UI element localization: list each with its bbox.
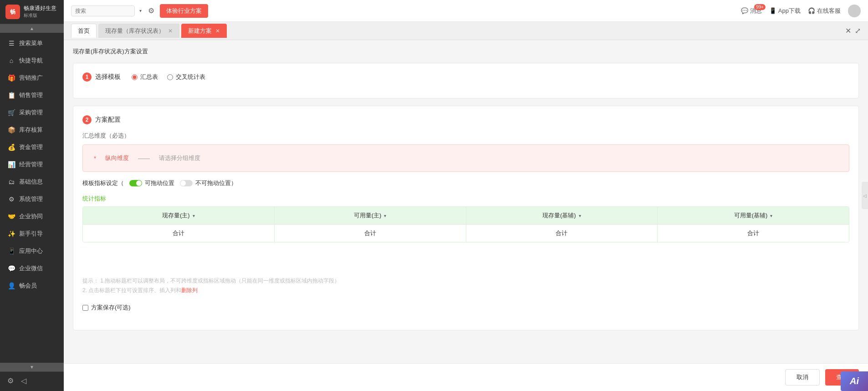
sidebar-item-finance[interactable]: 💰 资金管理: [0, 139, 64, 156]
topbar-app-download[interactable]: 📱 App下载: [769, 7, 801, 15]
tab-new-plan[interactable]: 新建方案 ✕: [181, 24, 227, 38]
stats-col-3-label: 可用量(基辅): [734, 211, 768, 220]
tab-home[interactable]: 首页: [71, 24, 97, 38]
operations-icon: 📊: [7, 160, 15, 169]
stats-col-3[interactable]: 可用量(基辅) ▾: [658, 207, 849, 224]
non-draggable-label: 不可拖动位置）: [195, 179, 237, 187]
member-icon: 👤: [7, 282, 15, 290]
aggregate-label: 汇总维度（必选）: [82, 132, 849, 140]
sidebar-item-app-center[interactable]: 📱 应用中心: [0, 242, 64, 260]
sidebar-footer: ⚙ ◁: [0, 371, 64, 390]
tab-inventory-label: 现存量（库存状况表）: [105, 27, 164, 35]
radio-summary-label: 汇总表: [140, 73, 158, 81]
cooperation-icon: 🤝: [7, 212, 15, 221]
content-area: 现存量(库存状况表)方案设置 1 选择模板 汇总表 交叉统计表: [64, 40, 868, 363]
save-area: 方案保存(可选): [82, 304, 849, 312]
stats-col-3-chevron[interactable]: ▾: [770, 213, 772, 218]
sidebar-item-label-operations: 经营管理: [19, 160, 43, 169]
user-avatar[interactable]: [848, 5, 861, 17]
toggle-draggable: 可拖动位置: [129, 179, 174, 187]
page-title: 现存量(库存状况表)方案设置: [73, 47, 859, 56]
sidebar-item-quick-nav[interactable]: ⌂ 快捷导航: [0, 52, 64, 69]
toggle-drag-switch[interactable]: [129, 180, 142, 186]
sidebar-item-cooperation[interactable]: 🤝 企业协同: [0, 208, 64, 225]
tab-home-label: 首页: [78, 27, 90, 35]
sidebar: 畅 畅康通好生意 标准版 ▲ ☰ 搜索菜单 ⌂ 快捷导航 🎁 营销推广: [0, 0, 64, 391]
tab-new-plan-close[interactable]: ✕: [215, 28, 220, 34]
vertical-dim-label: 纵向维度: [105, 154, 129, 162]
main-area: ▾ ⚙ 体验行业方案 💬 消息 99+ 📱 App下载 🎧 在线客服 首页: [64, 0, 868, 391]
stats-col-0-chevron[interactable]: ▾: [193, 213, 195, 218]
sidebar-item-label-purchase: 采购管理: [19, 108, 43, 117]
stats-data-row: 合计 合计 合计 合计: [83, 224, 849, 242]
section2-header: 2 方案配置: [82, 115, 849, 124]
tab-close-icon[interactable]: ✕: [845, 26, 851, 35]
sidebar-item-sales[interactable]: 📋 销售管理: [0, 87, 64, 104]
sidebar-item-inventory[interactable]: 📦 库存核算: [0, 121, 64, 139]
tab-inventory-close[interactable]: ✕: [168, 28, 173, 34]
stats-header-row: 现存量(主) ▾ 可用量(主) ▾ 现存量(基辅) ▾: [83, 207, 849, 224]
stats-col-0[interactable]: 现存量(主) ▾: [83, 207, 275, 224]
sidebar-item-label-cooperation: 企业协同: [19, 212, 43, 221]
message-badge: 99+: [754, 4, 766, 10]
cancel-button[interactable]: 取消: [785, 369, 820, 386]
topbar-online-service[interactable]: 🎧 在线客服: [808, 7, 841, 15]
tabbar: 首页 现存量（库存状况表） ✕ 新建方案 ✕ ✕ ⤢: [64, 22, 868, 40]
industry-plan-button[interactable]: 体验行业方案: [160, 4, 208, 18]
sidebar-item-label-finance: 资金管理: [19, 143, 43, 151]
sidebar-item-label-new-guide: 新手引导: [19, 230, 43, 238]
sidebar-scroll-up[interactable]: ▲: [0, 24, 64, 33]
stats-data-3: 合计: [658, 224, 849, 242]
topbar-message[interactable]: 💬 消息 99+: [741, 7, 762, 15]
radio-crosstab[interactable]: 交叉统计表: [167, 73, 205, 81]
sidebar-scroll-down[interactable]: ▼: [0, 363, 64, 371]
tab-inventory[interactable]: 现存量（库存状况表） ✕: [98, 24, 179, 38]
stats-col-1-label: 可用量(主): [354, 211, 382, 220]
sidebar-item-purchase[interactable]: 🛒 采购管理: [0, 104, 64, 121]
radio-summary[interactable]: 汇总表: [132, 73, 158, 81]
topbar: ▾ ⚙ 体验行业方案 💬 消息 99+ 📱 App下载 🎧 在线客服: [64, 0, 868, 22]
app-name-area: 畅康通好生意 标准版: [24, 5, 56, 19]
tip-2: 2. 点击标题栏下拉可设置排序、插入列和删除列: [82, 287, 849, 294]
stats-col-2[interactable]: 现存量(基辅) ▾: [466, 207, 658, 224]
sidebar-item-enterprise-wx[interactable]: 💬 企业微信: [0, 260, 64, 277]
sidebar-settings-icon[interactable]: ⚙: [7, 376, 14, 385]
app-logo-icon: 畅: [5, 5, 20, 19]
stats-data-2: 合计: [466, 224, 658, 242]
topbar-dropdown-btn[interactable]: ▾: [138, 8, 143, 13]
tip-1: 提示： 1.拖动标题栏可以调整布局，不可跨维度或指标区域拖动（只能在同一维度或指…: [82, 277, 849, 285]
stats-title: 统计指标: [82, 195, 849, 203]
sidebar-item-marketing[interactable]: 🎁 营销推广: [0, 69, 64, 87]
ai-badge[interactable]: Ai: [841, 371, 868, 391]
radio-crosstab-input[interactable]: [167, 74, 173, 80]
marketing-icon: 🎁: [7, 74, 15, 82]
save-label: 方案保存(可选): [91, 304, 131, 312]
stats-col-1[interactable]: 可用量(主) ▾: [275, 207, 466, 224]
section1-number: 1: [82, 72, 92, 82]
radio-crosstab-label: 交叉统计表: [176, 73, 205, 81]
topbar-search-input[interactable]: [71, 5, 135, 16]
side-handle[interactable]: ◁: [862, 182, 868, 209]
template-settings-label: 模板指标设定（: [82, 179, 124, 187]
topbar-gear-icon[interactable]: ⚙: [148, 6, 154, 15]
toggle-no-switch[interactable]: [180, 180, 193, 186]
empty-area: [82, 250, 849, 277]
sidebar-item-system[interactable]: ⚙ 系统管理: [0, 190, 64, 208]
sidebar-item-member[interactable]: 👤 畅会员: [0, 277, 64, 294]
sidebar-item-label-search-menu: 搜索菜单: [19, 39, 43, 47]
sidebar-toggle-icon[interactable]: ◁: [21, 376, 26, 385]
sales-icon: 📋: [7, 91, 15, 99]
stats-col-2-chevron[interactable]: ▾: [579, 213, 581, 218]
sidebar-item-search-menu[interactable]: ☰ 搜索菜单: [0, 35, 64, 52]
sidebar-item-basic-info[interactable]: 🗂 基础信息: [0, 173, 64, 190]
sidebar-item-operations[interactable]: 📊 经营管理: [0, 156, 64, 173]
required-star: *: [94, 155, 96, 162]
sidebar-item-new-guide[interactable]: ✨ 新手引导: [0, 225, 64, 242]
tab-expand-icon[interactable]: ⤢: [855, 26, 861, 35]
radio-summary-input[interactable]: [132, 74, 138, 80]
stats-col-1-chevron[interactable]: ▾: [384, 213, 386, 218]
save-checkbox[interactable]: [82, 305, 88, 311]
delete-col-highlight: 删除列: [181, 287, 198, 293]
message-icon: 💬: [741, 7, 748, 14]
draggable-label: 可拖动位置: [145, 179, 174, 187]
